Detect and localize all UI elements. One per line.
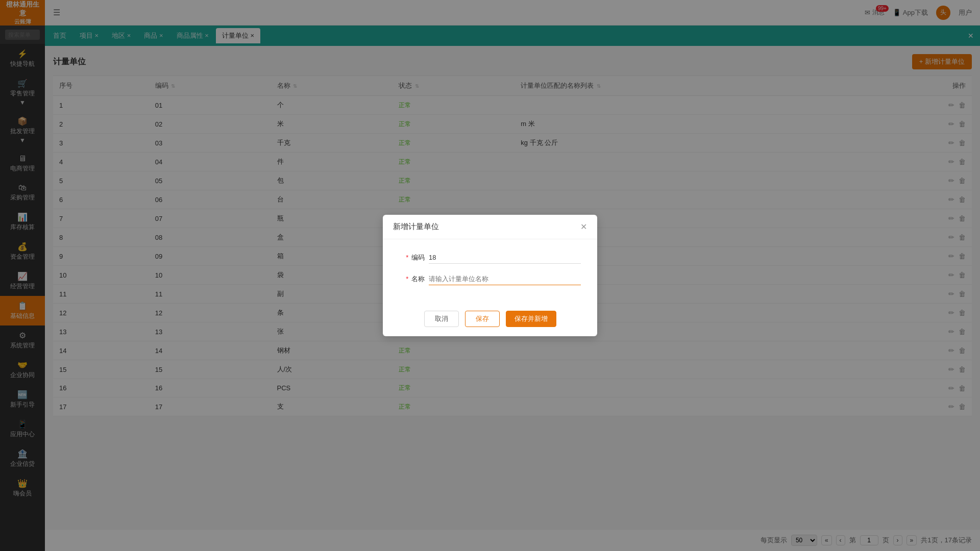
add-unit-modal: 新增计量单位 ✕ * 编码 * 名称 取消 保存 保存并新增: [383, 215, 597, 336]
name-input[interactable]: [429, 273, 581, 285]
name-form-row: * 名称: [399, 273, 581, 285]
save-button[interactable]: 保存: [465, 311, 500, 327]
code-input[interactable]: [429, 252, 581, 264]
modal-title: 新增计量单位: [393, 222, 439, 232]
name-label: * 名称: [399, 274, 425, 284]
modal-close-button[interactable]: ✕: [580, 223, 587, 231]
modal-footer: 取消 保存 保存并新增: [383, 305, 597, 336]
modal-overlay[interactable]: 新增计量单位 ✕ * 编码 * 名称 取消 保存 保存并新增: [0, 0, 980, 551]
code-label: * 编码: [399, 253, 425, 262]
save-and-continue-button[interactable]: 保存并新增: [506, 311, 556, 327]
modal-body: * 编码 * 名称: [383, 239, 597, 305]
modal-header: 新增计量单位 ✕: [383, 215, 597, 239]
code-form-row: * 编码: [399, 252, 581, 264]
cancel-button[interactable]: 取消: [424, 311, 459, 327]
